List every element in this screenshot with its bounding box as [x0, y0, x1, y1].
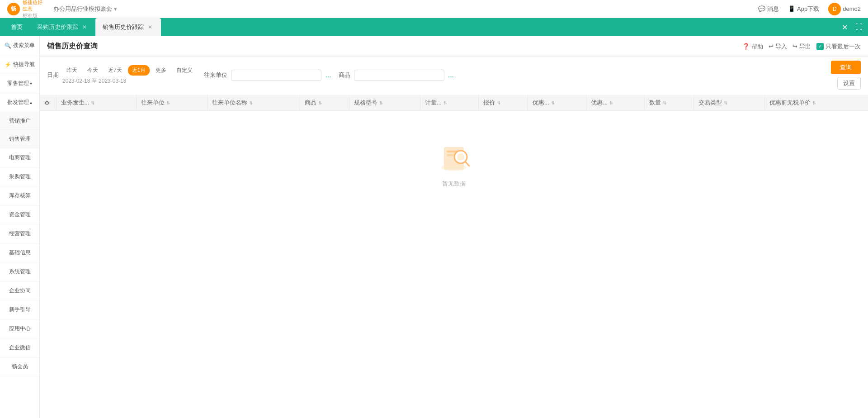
sort-icon-counterparty: ⇅ [166, 100, 170, 105]
maximize-button[interactable]: ⛶ [854, 22, 864, 33]
tab-bar-actions: ✕ ⛶ [839, 22, 864, 33]
product-dots[interactable]: ... [448, 71, 454, 79]
th-settings[interactable]: ⚙ [40, 95, 56, 111]
compass-icon: ⚡ [5, 62, 11, 68]
counterparty-label: 往来单位 [204, 71, 227, 79]
sort-icon-counterparty-name: ⇅ [249, 100, 253, 105]
sort-icon-spec: ⇅ [379, 100, 383, 105]
help-button[interactable]: ❓ 帮助 [742, 43, 763, 51]
sort-icon-quote: ⇅ [497, 100, 500, 105]
sidebar-item-ecommerce[interactable]: 电商管理 [0, 148, 39, 167]
counterparty-input[interactable] [231, 70, 321, 81]
sidebar-item-system[interactable]: 系统管理 [0, 262, 39, 281]
sidebar-label-retail-mgmt: 零售管理 [7, 80, 29, 87]
tab-sales-history[interactable]: 销售历史价跟踪 ✕ [95, 18, 161, 36]
th-discount1-label: 优惠... [533, 99, 549, 107]
import-icon: ↩ [769, 43, 774, 50]
sidebar-label-search-menu: 搜索菜单 [13, 42, 35, 49]
empty-icon [436, 138, 472, 174]
th-quantity[interactable]: 数量 ⇅ [645, 95, 694, 111]
empty-text: 暂无数据 [442, 180, 466, 188]
tab-purchase-history-close[interactable]: ✕ [81, 24, 88, 31]
page-header: 销售历史价查询 ❓ 帮助 ↩ 导入 ↪ 导出 [40, 36, 868, 57]
main-layout: 🔍 搜索菜单 ⚡ 快捷导航 零售管理 ▾ 批发管理 ▴ 营销推广 销售管理 电商… [0, 36, 868, 418]
sidebar-label-finance: 资金管理 [9, 211, 31, 218]
th-counterparty[interactable]: 往来单位 ⇅ [136, 95, 207, 111]
sidebar-label-operation: 经营管理 [9, 230, 31, 238]
sidebar-item-quick-nav[interactable]: ⚡ 快捷导航 [0, 55, 39, 74]
sidebar-item-basic-info[interactable]: 基础信息 [0, 243, 39, 262]
product-input[interactable] [354, 70, 444, 81]
tab-home[interactable]: 首页 [4, 18, 30, 36]
th-trade-type[interactable]: 交易类型 ⇅ [694, 95, 765, 111]
logo-text: 畅捷信好生意 标准版 [23, 0, 45, 19]
tab-sales-history-close[interactable]: ✕ [146, 24, 154, 31]
user-profile[interactable]: D demo2 [828, 3, 861, 15]
sidebar-label-purchase: 采购管理 [9, 173, 31, 180]
tab-bar: 首页 采购历史价跟踪 ✕ 销售历史价跟踪 ✕ ✕ ⛶ [0, 18, 868, 36]
th-product[interactable]: 商品 ⇅ [300, 95, 349, 111]
tab-sales-history-label: 销售历史价跟踪 [103, 23, 144, 31]
only-last-checkbox[interactable]: ✓ 只看最后一次 [816, 43, 861, 51]
sidebar-item-enterprise[interactable]: 企业协同 [0, 281, 39, 300]
th-biz-date[interactable]: 业务发生... ⇅ [56, 95, 136, 111]
checkbox-icon: ✓ [816, 43, 824, 50]
sidebar-item-enterprise-wechat[interactable]: 企业微信 [0, 338, 39, 357]
app-download-button[interactable]: 📱 App下载 [788, 5, 819, 13]
export-button[interactable]: ↪ 导出 [793, 43, 811, 51]
date-btn-last1month[interactable]: 近1月 [128, 65, 150, 76]
close-all-tabs-button[interactable]: ✕ [839, 22, 850, 33]
sidebar-item-inventory[interactable]: 库存核算 [0, 186, 39, 205]
content-area: 销售历史价查询 ❓ 帮助 ↩ 导入 ↪ 导出 [40, 36, 868, 418]
download-icon: 📱 [788, 5, 795, 12]
sidebar-item-finance[interactable]: 资金管理 [0, 205, 39, 224]
th-discount1[interactable]: 优惠... ⇅ [528, 95, 586, 111]
sidebar-item-marketing[interactable]: 营销推广 [0, 112, 39, 130]
sort-icon-trade-type: ⇅ [724, 100, 727, 105]
date-btn-custom[interactable]: 自定义 [172, 65, 197, 76]
sort-icon-discount2: ⇅ [609, 100, 613, 105]
sidebar-item-retail-mgmt[interactable]: 零售管理 ▾ [0, 74, 39, 93]
date-filter-group: 日期 昨天 今天 近7天 近1月 更多 自定义 2023-02-18 至 202… [47, 65, 197, 85]
sidebar-item-new-guide[interactable]: 新手引导 [0, 300, 39, 319]
tab-purchase-history[interactable]: 采购历史价跟踪 ✕ [30, 18, 95, 36]
sidebar-item-sales-mgmt[interactable]: 销售管理 [0, 130, 39, 148]
th-pretax-price[interactable]: 优惠前无税单价 ⇅ [765, 95, 868, 111]
import-button[interactable]: ↩ 导入 [769, 43, 787, 51]
page-title-row: 销售历史价查询 ❓ 帮助 ↩ 导入 ↪ 导出 [47, 42, 861, 51]
sidebar-label-inventory: 库存核算 [9, 192, 31, 200]
page-title: 销售历史价查询 [47, 42, 98, 51]
sort-icon-unit: ⇅ [443, 100, 447, 105]
app-title: 办公用品行业模拟账套 ▾ [53, 5, 117, 13]
counterparty-dots[interactable]: ... [325, 71, 331, 79]
sidebar-item-operation[interactable]: 经营管理 [0, 224, 39, 243]
sidebar-item-search-menu[interactable]: 🔍 搜索菜单 [0, 36, 39, 55]
th-spec[interactable]: 规格型号 ⇅ [349, 95, 420, 111]
counterparty-filter-group: 往来单位 ... [204, 70, 331, 81]
date-btn-last7days[interactable]: 近7天 [104, 65, 126, 76]
sidebar-item-purchase[interactable]: 采购管理 [0, 167, 39, 186]
chevron-down-icon[interactable]: ▾ [114, 5, 117, 12]
top-bar: 畅 畅捷信好生意 标准版 办公用品行业模拟账套 ▾ 💬 消息 📱 App下载 D… [0, 0, 868, 18]
settings-button[interactable]: 设置 [837, 77, 861, 90]
th-discount2[interactable]: 优惠... ⇅ [586, 95, 645, 111]
table-settings-icon[interactable]: ⚙ [44, 100, 50, 106]
table-header-row: ⚙ 业务发生... ⇅ 往来单位 ⇅ [40, 95, 868, 111]
th-counterparty-name[interactable]: 往来单位名称 ⇅ [207, 95, 300, 111]
th-quote[interactable]: 报价 ⇅ [478, 95, 528, 111]
product-filter-group: 商品 ... [339, 70, 454, 81]
sidebar-label-new-guide: 新手引导 [9, 306, 31, 314]
query-button[interactable]: 查询 [831, 61, 861, 74]
sidebar-label-quick-nav: 快捷导航 [13, 61, 35, 68]
th-unit[interactable]: 计量... ⇅ [420, 95, 478, 111]
sidebar-label-enterprise-wechat: 企业微信 [9, 344, 31, 352]
date-btn-more[interactable]: 更多 [151, 65, 170, 76]
sidebar-item-wholesale-mgmt[interactable]: 批发管理 ▴ [0, 93, 39, 112]
sidebar-item-app-center[interactable]: 应用中心 [0, 319, 39, 338]
message-button[interactable]: 💬 消息 [758, 5, 779, 13]
logo-icon: 畅 [7, 3, 20, 15]
date-btn-yesterday[interactable]: 昨天 [62, 65, 81, 76]
date-btn-today[interactable]: 今天 [83, 65, 102, 76]
sidebar-item-member[interactable]: 畅会员 [0, 357, 39, 376]
chevron-up-icon: ▴ [30, 100, 32, 105]
